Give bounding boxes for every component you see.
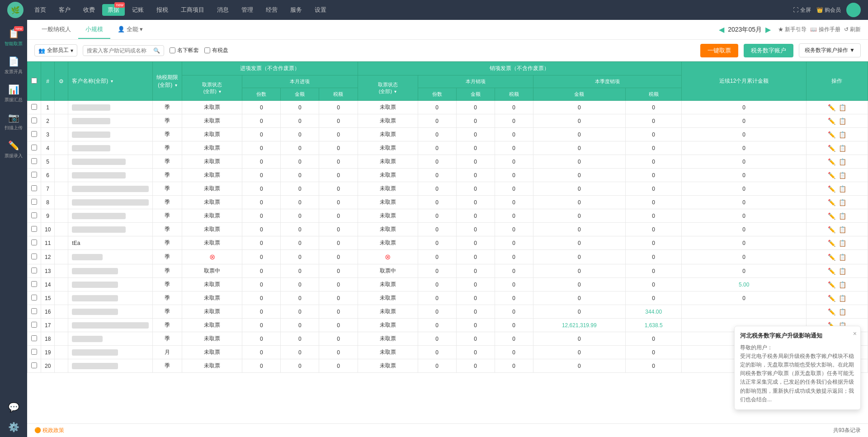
tax-ops-btn[interactable]: 税务数字账户操作 ▼	[799, 43, 861, 57]
edit-icon[interactable]: ✏️	[828, 104, 835, 111]
sidebar-item-open-invoice[interactable]: 📄 发票开具	[0, 52, 27, 80]
edit-icon[interactable]: ✏️	[828, 172, 835, 179]
nav-manage[interactable]: 管理	[236, 4, 259, 16]
td-checkbox[interactable]	[28, 209, 41, 223]
q-amount-link[interactable]: 12,621,319.99	[562, 322, 597, 329]
td-checkbox[interactable]	[28, 278, 41, 291]
select-all-checkbox[interactable]	[31, 78, 37, 84]
row-checkbox[interactable]	[31, 349, 37, 355]
edit-icon[interactable]: ✏️	[828, 295, 835, 302]
nav-tax[interactable]: 报税	[151, 4, 174, 16]
row-checkbox[interactable]	[31, 104, 37, 110]
checkbox-tax-disk-input[interactable]	[204, 47, 210, 53]
copy-icon[interactable]: 📋	[839, 308, 846, 315]
row-checkbox[interactable]	[31, 308, 37, 314]
row-checkbox[interactable]	[31, 199, 37, 205]
copy-icon[interactable]: 📋	[839, 172, 846, 179]
sidebar-item-scan[interactable]: 📷 扫描上传	[0, 108, 27, 136]
sidebar-item-settings[interactable]: ⚙️	[0, 417, 27, 437]
nav-service[interactable]: 服务	[285, 4, 307, 16]
copy-icon[interactable]: 📋	[839, 226, 846, 233]
td-checkbox[interactable]	[28, 114, 41, 128]
copy-icon[interactable]: 📋	[839, 268, 846, 275]
nav-fee[interactable]: 收费	[78, 4, 100, 16]
td-checkbox[interactable]	[28, 128, 41, 141]
td-checkbox[interactable]	[28, 319, 41, 332]
nav-customer[interactable]: 客户	[53, 4, 76, 16]
edit-icon[interactable]: ✏️	[828, 281, 835, 288]
q-tax-link[interactable]: 1,638.5	[645, 322, 663, 329]
edit-icon[interactable]: ✏️	[828, 158, 835, 165]
th-checkbox[interactable]	[28, 62, 41, 101]
nav-setting[interactable]: 设置	[309, 4, 332, 16]
row-checkbox[interactable]	[31, 254, 37, 259]
copy-icon[interactable]: 📋	[839, 295, 846, 302]
nav-operation[interactable]: 经营	[260, 4, 283, 16]
copy-icon[interactable]: 📋	[839, 158, 846, 165]
th-tax-period[interactable]: 纳税期限(全部) ▾	[153, 62, 182, 101]
tab-all[interactable]: 👤 全能 ▾	[110, 21, 150, 39]
refresh-btn[interactable]: ↺ 刷新	[844, 26, 861, 33]
one-click-btn[interactable]: 一键取票	[700, 44, 738, 57]
td-checkbox[interactable]	[28, 155, 41, 169]
year-total-link[interactable]: 5.00	[739, 282, 749, 288]
tab-small-scale[interactable]: 小规模	[78, 21, 110, 39]
copy-icon[interactable]: 📋	[839, 199, 846, 206]
fullscreen-btn[interactable]: ⛶ 全屏	[793, 6, 811, 14]
row-checkbox[interactable]	[31, 145, 37, 150]
row-checkbox[interactable]	[31, 240, 37, 245]
next-month-btn[interactable]: ▶	[765, 25, 771, 34]
nav-message[interactable]: 消息	[212, 4, 234, 16]
td-checkbox[interactable]	[28, 250, 41, 264]
td-checkbox[interactable]	[28, 196, 41, 209]
edit-icon[interactable]: ✏️	[828, 226, 835, 233]
prev-month-btn[interactable]: ◀	[719, 25, 724, 34]
td-checkbox[interactable]	[28, 305, 41, 319]
sidebar-item-msg[interactable]: 💬	[0, 397, 27, 417]
notification-close-btn[interactable]: ×	[853, 330, 857, 337]
td-checkbox[interactable]	[28, 169, 41, 182]
checkbox-account-input[interactable]	[170, 47, 175, 53]
vip-btn[interactable]: 👑 购会员	[816, 6, 841, 14]
nav-home[interactable]: 首页	[29, 4, 52, 16]
user-avatar[interactable]	[846, 3, 861, 17]
row-checkbox[interactable]	[31, 158, 37, 164]
copy-icon[interactable]: 📋	[839, 117, 846, 125]
row-checkbox[interactable]	[31, 185, 37, 191]
nav-invoice[interactable]: 票据 new	[102, 4, 125, 16]
edit-icon[interactable]: ✏️	[828, 308, 835, 315]
edit-icon[interactable]: ✏️	[828, 145, 835, 152]
manual-btn[interactable]: 📖 操作手册	[810, 26, 840, 33]
edit-icon[interactable]: ✏️	[828, 117, 835, 125]
row-checkbox[interactable]	[31, 281, 37, 287]
row-checkbox[interactable]	[31, 226, 37, 232]
sidebar-item-smart-ticket[interactable]: 📋 智能取票 new	[0, 23, 27, 52]
new-guide-btn[interactable]: ★ 新手引导	[778, 26, 807, 33]
nav-accounting[interactable]: 记账	[127, 4, 149, 16]
tax-policy-btn[interactable]: 🟠 税政政策	[34, 427, 64, 434]
row-checkbox[interactable]	[31, 362, 37, 368]
th-name[interactable]: 客户名称(全部) ▾	[68, 62, 153, 101]
row-checkbox[interactable]	[31, 295, 37, 301]
copy-icon[interactable]: 📋	[839, 212, 846, 220]
nav-business[interactable]: 工商项目	[175, 4, 210, 16]
row-checkbox[interactable]	[31, 268, 37, 273]
edit-icon[interactable]: ✏️	[828, 212, 835, 220]
tax-digital-btn[interactable]: 税务数字账户	[744, 44, 793, 57]
th-in-status[interactable]: 取票状态(全部) ▾	[182, 75, 242, 101]
copy-icon[interactable]: 📋	[839, 131, 846, 138]
td-checkbox[interactable]	[28, 332, 41, 346]
edit-icon[interactable]: ✏️	[828, 199, 835, 206]
td-checkbox[interactable]	[28, 359, 41, 373]
td-checkbox[interactable]	[28, 291, 41, 305]
checkbox-tax-disk[interactable]: 有税盘	[204, 47, 228, 54]
sidebar-item-summary[interactable]: 📊 票据汇总	[0, 80, 27, 108]
td-checkbox[interactable]	[28, 101, 41, 114]
edit-icon[interactable]: ✏️	[828, 131, 835, 138]
edit-icon[interactable]: ✏️	[828, 268, 835, 275]
edit-icon[interactable]: ✏️	[828, 240, 835, 247]
copy-icon[interactable]: 📋	[839, 104, 846, 111]
copy-icon[interactable]: 📋	[839, 254, 846, 261]
q-tax-link[interactable]: 344.00	[645, 309, 662, 315]
row-checkbox[interactable]	[31, 117, 37, 123]
